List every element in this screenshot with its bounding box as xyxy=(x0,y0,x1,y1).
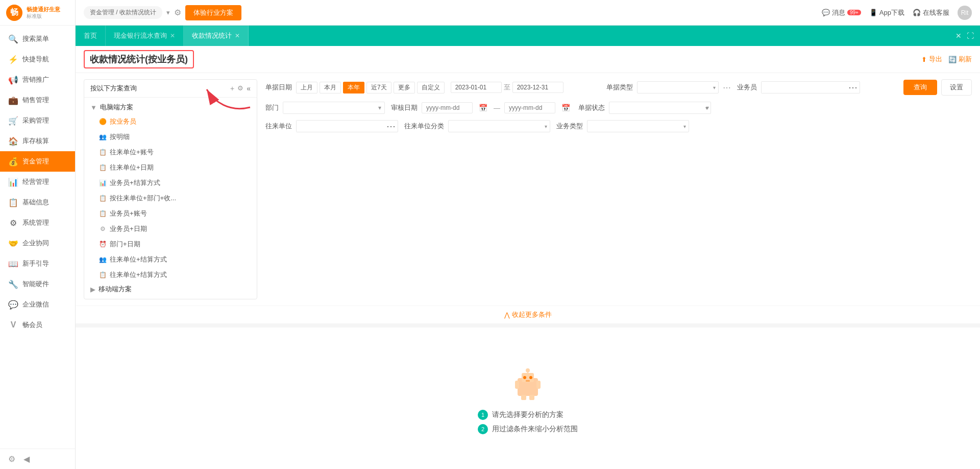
scheme-item-salesman-settlement[interactable]: 📊 业务员+结算方式 xyxy=(84,175,257,191)
svg-rect-6 xyxy=(536,381,541,389)
scheme-collapse-icon[interactable]: « xyxy=(247,84,251,92)
date-from-input[interactable] xyxy=(451,82,502,93)
tab-home[interactable]: 首页 xyxy=(76,26,106,46)
sidebar-item-member[interactable]: V 畅会员 xyxy=(0,315,75,335)
setting-button[interactable]: 设置 xyxy=(941,79,972,96)
tab-close-all-icon[interactable]: ✕ xyxy=(955,32,962,40)
counterpart-input-wrapper: ⋯ xyxy=(296,120,398,132)
filter-area: 按以下方案查询 + ⚙ « ▼ 电脑端方案 xyxy=(76,73,980,306)
scheme-item-partner-date[interactable]: 📋 往来单位+日期 xyxy=(84,160,257,175)
refresh-button[interactable]: 🔄 刷新 xyxy=(948,55,972,64)
date-to-input[interactable] xyxy=(512,82,564,93)
sidebar-item-purchase[interactable]: 🛒 采购管理 xyxy=(0,110,75,131)
collapse-icon: ⋀ xyxy=(504,311,510,319)
scheme-item-salesman-date[interactable]: ⚙ 业务员+日期 xyxy=(84,221,257,237)
date-btn-last-month[interactable]: 上月 xyxy=(296,82,317,93)
online-service-action[interactable]: 🎧 在线客服 xyxy=(913,8,949,17)
header-settings-icon[interactable]: ⚙ xyxy=(174,8,181,17)
member-icon: V xyxy=(8,320,18,330)
docstatus-select[interactable] xyxy=(609,102,711,114)
filter-date-item: 单据日期 上月 本月 本年 近7天 更多 自定义 至 xyxy=(265,82,564,93)
tab-bank[interactable]: 现金银行流水查询 ✕ xyxy=(106,26,184,46)
salesman-label: 业务员 xyxy=(737,83,757,92)
sidebar-item-inventory[interactable]: 🏠 库存核算 xyxy=(0,131,75,151)
filter-counterpart-type-item: 往来单位分类 xyxy=(404,120,550,132)
scheme-item-partner-account[interactable]: 📋 往来单位+账号 xyxy=(84,145,257,160)
sidebar-item-hardware[interactable]: 🔧 智能硬件 xyxy=(0,274,75,294)
dept-dropdown-icon[interactable]: ▾ xyxy=(375,104,384,111)
scheme-add-icon[interactable]: + xyxy=(230,84,234,92)
scheme-item-salesman-account[interactable]: 📋 业务员+账号 xyxy=(84,206,257,221)
sidebar-item-marketing[interactable]: 📢 营销推广 xyxy=(0,69,75,90)
marketing-icon: 📢 xyxy=(8,75,18,85)
doctype-more-icon[interactable]: ⋯ xyxy=(723,83,731,92)
tab-receipt-close[interactable]: ✕ xyxy=(235,32,240,39)
date-btn-custom[interactable]: 自定义 xyxy=(417,82,445,93)
sidebar-item-wechat[interactable]: 💬 企业微信 xyxy=(0,294,75,315)
scheme-item-partner-settlement-2[interactable]: 📋 往来单位+结算方式 xyxy=(84,267,257,283)
breadcrumb-dropdown-icon[interactable]: ▾ xyxy=(166,9,170,16)
sidebar-item-guide[interactable]: 📖 新手引导 xyxy=(0,253,75,274)
search-icon: 🔍 xyxy=(8,34,18,44)
dept-input[interactable] xyxy=(283,102,375,113)
review-date-from-input[interactable] xyxy=(422,102,473,113)
sidebar-item-search[interactable]: 🔍 搜索菜单 xyxy=(0,29,75,49)
scheme-settings-icon[interactable]: ⚙ xyxy=(237,84,243,92)
query-button[interactable]: 查询 xyxy=(903,80,937,95)
collapse-bar[interactable]: ⋀ 收起更多条件 xyxy=(76,306,980,323)
collapse-sidebar-icon[interactable]: ◀ xyxy=(23,454,30,464)
tab-receipt[interactable]: 收款情况统计 ✕ xyxy=(184,26,249,46)
sidebar: 畅 畅捷通好生意 标准版 🔍 搜索菜单 ⚡ 快捷导航 📢 营销推广 💼 销售管理… xyxy=(0,0,76,469)
hardware-icon: 🔧 xyxy=(8,279,18,289)
scheme-item-icon-7: ⚙ xyxy=(99,225,107,233)
message-action[interactable]: 💬 消息 99+ xyxy=(822,8,861,17)
scheme-item-icon-2: 📋 xyxy=(99,148,107,156)
scheme-item-partner-dept[interactable]: 📋 按往来单位+部门+收... xyxy=(84,191,257,206)
counterpart-type-select[interactable] xyxy=(448,120,550,132)
sidebar-item-shortcut[interactable]: ⚡ 快捷导航 xyxy=(0,49,75,69)
page-title: 收款情况统计(按业务员) xyxy=(90,54,188,64)
scheme-item-partner-settlement-1[interactable]: 👥 往来单位+结算方式 xyxy=(84,252,257,267)
biztype-select[interactable] xyxy=(587,120,689,132)
sidebar-item-system[interactable]: ⚙ 系统管理 xyxy=(0,213,75,233)
counterpart-more-btn[interactable]: ⋯ xyxy=(384,121,398,132)
date-btn-7days[interactable]: 近7天 xyxy=(366,82,391,93)
date-btn-more[interactable]: 更多 xyxy=(394,82,415,93)
review-date-to-input[interactable] xyxy=(504,102,555,113)
salesman-more-btn[interactable]: ⋯ xyxy=(846,82,860,93)
docstatus-label: 单据状态 xyxy=(578,103,605,112)
date-btn-this-year[interactable]: 本年 xyxy=(343,82,364,93)
review-date-to-cal-icon[interactable]: 📅 xyxy=(559,104,572,112)
filter-docstatus-item: 单据状态 ▾ xyxy=(578,102,724,114)
salesman-input[interactable] xyxy=(762,82,846,93)
sidebar-item-enterprise[interactable]: 🤝 企业协同 xyxy=(0,233,75,253)
user-avatar[interactable]: Rit xyxy=(958,6,972,20)
trial-button[interactable]: 体验行业方案 xyxy=(185,5,241,20)
date-btn-this-month[interactable]: 本月 xyxy=(320,82,341,93)
page-header: 收款情况统计(按业务员) ⬆ 导出 🔄 刷新 xyxy=(76,46,980,73)
scheme-group-mobile-title[interactable]: ▶ 移动端方案 xyxy=(84,283,257,296)
svg-rect-4 xyxy=(526,380,530,382)
review-date-from-cal-icon[interactable]: 📅 xyxy=(477,104,489,112)
tab-expand-icon[interactable]: ⛶ xyxy=(967,32,974,40)
app-download-action[interactable]: 📱 App下载 xyxy=(869,8,904,17)
scheme-item-detail[interactable]: 👥 按明细 xyxy=(84,129,257,145)
counterpart-input[interactable] xyxy=(297,121,384,132)
scheme-group-desktop-title[interactable]: ▼ 电脑端方案 xyxy=(84,101,257,114)
sidebar-item-fund[interactable]: 💰 资金管理 xyxy=(0,151,75,172)
breadcrumb: 资金管理 / 收款情况统计 xyxy=(84,6,162,19)
logo-text: 畅捷通好生意 标准版 xyxy=(27,6,60,19)
settings-bottom-icon[interactable]: ⚙ xyxy=(8,454,15,464)
scheme-item-dept-date[interactable]: ⏰ 部门+日期 xyxy=(84,237,257,252)
sidebar-item-basic[interactable]: 📋 基础信息 xyxy=(0,192,75,213)
sidebar-item-sales[interactable]: 💼 销售管理 xyxy=(0,90,75,110)
collapse-label: 收起更多条件 xyxy=(512,310,552,319)
sidebar-item-operation[interactable]: 📊 经营管理 xyxy=(0,172,75,192)
scheme-title: 按以下方案查询 xyxy=(90,84,137,93)
step-label-2: 用过滤条件来缩小分析范围 xyxy=(492,425,578,434)
dept-label: 部门 xyxy=(265,103,279,112)
scheme-item-salesman[interactable]: 🟠 按业务员 xyxy=(84,114,257,129)
export-button[interactable]: ⬆ 导出 xyxy=(921,55,942,64)
doctype-select[interactable] xyxy=(637,81,719,93)
tab-bank-close[interactable]: ✕ xyxy=(170,32,175,39)
